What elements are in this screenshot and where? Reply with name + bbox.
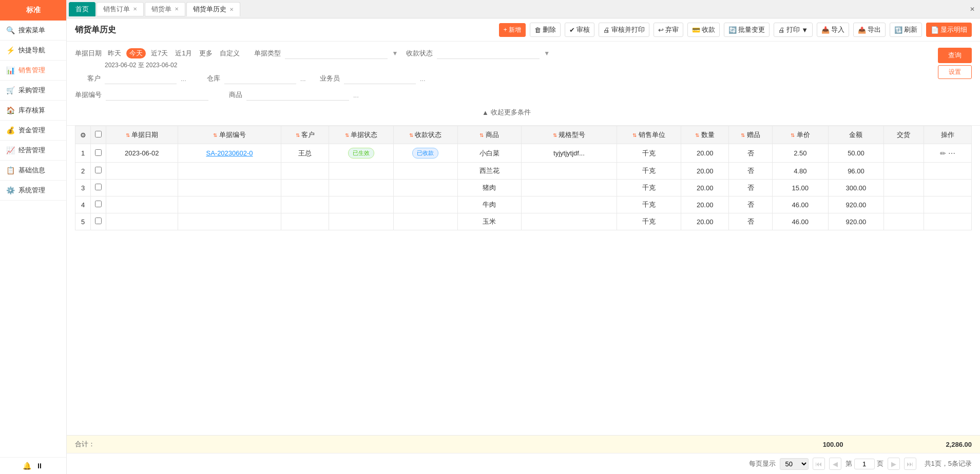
- audit-button[interactable]: ✔ 审核: [565, 23, 594, 37]
- sidebar-item-purchase-mgmt[interactable]: 🛒 采购管理: [0, 81, 66, 101]
- row-date: [106, 163, 178, 180]
- filter-right-btns: 查询 设置: [938, 48, 972, 79]
- tab-sales-goods-close[interactable]: ✕: [175, 6, 179, 12]
- delete-button[interactable]: 🗑 删除: [530, 23, 561, 37]
- date-shortcut-1month[interactable]: 近1月: [173, 48, 194, 58]
- th-spec[interactable]: ⇅ 规格型号: [521, 126, 617, 144]
- row-select-checkbox[interactable]: [95, 201, 102, 207]
- th-checkbox[interactable]: [91, 126, 106, 144]
- sidebar-item-finance[interactable]: 💰 资金管理: [0, 121, 66, 141]
- first-page-button[interactable]: ⏮: [813, 458, 825, 470]
- row-action[interactable]: [924, 213, 971, 230]
- row-num: 1: [75, 144, 91, 163]
- date-shortcut-today[interactable]: 今天: [126, 48, 146, 58]
- row-select-checkbox[interactable]: [95, 149, 102, 156]
- row-action[interactable]: ✏⋯: [924, 144, 971, 163]
- th-date[interactable]: ⇅ 单据日期: [106, 126, 178, 144]
- warehouse-picker-btn[interactable]: ...: [300, 75, 306, 83]
- tab-sales-history[interactable]: 销货单历史 ✕: [186, 2, 240, 16]
- audit-print-button[interactable]: 🖨 审核并打印: [599, 23, 649, 37]
- print-button[interactable]: 🖨 打印 ▼: [774, 23, 813, 37]
- th-gift[interactable]: ⇅ 赠品: [729, 126, 773, 144]
- close-all-tabs-button[interactable]: ✕: [967, 5, 978, 14]
- row-action[interactable]: [924, 180, 971, 196]
- query-button[interactable]: 查询: [938, 48, 972, 63]
- row-checkbox[interactable]: [91, 163, 106, 180]
- edit-row-button[interactable]: ✏: [940, 149, 946, 157]
- sidebar-item-inventory[interactable]: 🏠 库存核算: [0, 101, 66, 121]
- paystatus-select[interactable]: [437, 48, 540, 59]
- th-goods[interactable]: ⇅ 商品: [457, 126, 521, 144]
- salesperson-input[interactable]: [344, 73, 416, 84]
- sidebar-item-quick-nav[interactable]: ⚡ 快捷导航: [0, 41, 66, 61]
- date-shortcut-custom[interactable]: 自定义: [218, 48, 242, 58]
- row-action[interactable]: [924, 196, 971, 213]
- notification-icon[interactable]: 🔔: [23, 462, 31, 470]
- tab-home[interactable]: 首页: [69, 2, 95, 16]
- new-button[interactable]: + 新增: [499, 23, 526, 37]
- th-customer[interactable]: ⇅ 客户: [281, 126, 329, 144]
- page-input[interactable]: [854, 459, 875, 469]
- tab-sales-goods[interactable]: 销货单 ✕: [145, 2, 185, 16]
- row-select-checkbox[interactable]: [95, 218, 102, 224]
- setting-button[interactable]: 设置: [938, 65, 972, 79]
- row-trade: [884, 196, 924, 213]
- row-checkbox[interactable]: [91, 144, 106, 163]
- tab-sales-order-close[interactable]: ✕: [133, 6, 137, 12]
- export-button[interactable]: 📤 导出: [853, 23, 886, 37]
- tab-sales-history-label: 销货单历史: [193, 5, 226, 14]
- goods-input[interactable]: [246, 89, 349, 101]
- doc-code-link[interactable]: SA-20230602-0: [206, 149, 253, 157]
- row-checkbox[interactable]: [91, 180, 106, 196]
- tab-sales-order[interactable]: 销售订单 ✕: [97, 2, 144, 16]
- show-detail-button[interactable]: 📄 显示明细: [926, 23, 972, 37]
- docno-input[interactable]: [106, 89, 208, 101]
- last-page-button[interactable]: ⏭: [904, 458, 916, 470]
- sidebar-item-basic-info[interactable]: 📋 基础信息: [0, 161, 66, 181]
- next-page-button[interactable]: ▶: [888, 458, 900, 470]
- row-qty: 20.00: [681, 180, 729, 196]
- th-settings[interactable]: ⚙: [75, 126, 91, 144]
- collapse-filter-btn[interactable]: ▲ 收起更多条件: [476, 106, 537, 119]
- select-all-checkbox[interactable]: [95, 131, 102, 137]
- batch-change-button[interactable]: 🔄 批量变更: [724, 23, 770, 37]
- customer-picker-btn[interactable]: ...: [181, 75, 186, 83]
- row-select-checkbox[interactable]: [95, 184, 102, 190]
- delete-row-button[interactable]: ⋯: [948, 149, 955, 157]
- abandon-button[interactable]: ↩ 弃审: [654, 23, 683, 37]
- import-button[interactable]: 📥 导入: [817, 23, 849, 37]
- th-qty[interactable]: ⇅ 数量: [681, 126, 729, 144]
- tab-sales-history-close[interactable]: ✕: [229, 7, 234, 12]
- pause-icon[interactable]: ⏸: [35, 462, 44, 470]
- date-shortcut-7days[interactable]: 近7天: [149, 48, 170, 58]
- sidebar-item-search-menu[interactable]: 🔍 搜索菜单: [0, 21, 66, 41]
- date-shortcut-more[interactable]: 更多: [197, 48, 215, 58]
- customer-input[interactable]: [105, 73, 177, 84]
- th-action: 操作: [924, 126, 971, 144]
- th-pay-status[interactable]: ⇅ 收款状态: [393, 126, 457, 144]
- doctype-select[interactable]: [285, 48, 388, 59]
- gear-icon[interactable]: ⚙: [80, 131, 86, 139]
- th-doc-status[interactable]: ⇅ 单据状态: [329, 126, 393, 144]
- row-checkbox[interactable]: [91, 213, 106, 230]
- row-checkbox[interactable]: [91, 196, 106, 213]
- goods-picker-btn[interactable]: ...: [353, 91, 359, 99]
- collect-button[interactable]: 💳 收款: [687, 23, 720, 37]
- row-action[interactable]: [924, 163, 971, 180]
- sidebar-item-ops[interactable]: 📈 经营管理: [0, 141, 66, 161]
- date-shortcut-yesterday[interactable]: 昨天: [106, 48, 123, 58]
- table-row: 5玉米千克20.00否46.00920.00: [75, 213, 972, 230]
- refresh-button[interactable]: 🔃 刷新: [890, 23, 922, 37]
- prev-page-button[interactable]: ◀: [829, 458, 841, 470]
- warehouse-input[interactable]: [224, 73, 296, 84]
- per-page-select[interactable]: 50 100 200: [780, 458, 809, 470]
- salesperson-picker-btn[interactable]: ...: [420, 75, 426, 83]
- th-unit[interactable]: ⇅ 销售单位: [617, 126, 681, 144]
- th-price[interactable]: ⇅ 单价: [772, 126, 828, 144]
- sidebar-item-sales-mgmt[interactable]: 📊 销售管理: [0, 61, 66, 81]
- sidebar-item-system[interactable]: ⚙️ 系统管理: [0, 181, 66, 201]
- row-select-checkbox[interactable]: [95, 167, 102, 173]
- row-code[interactable]: SA-20230602-0: [178, 144, 281, 163]
- row-spec: tyjytjytjdf...: [521, 144, 617, 163]
- th-code[interactable]: ⇅ 单据编号: [178, 126, 281, 144]
